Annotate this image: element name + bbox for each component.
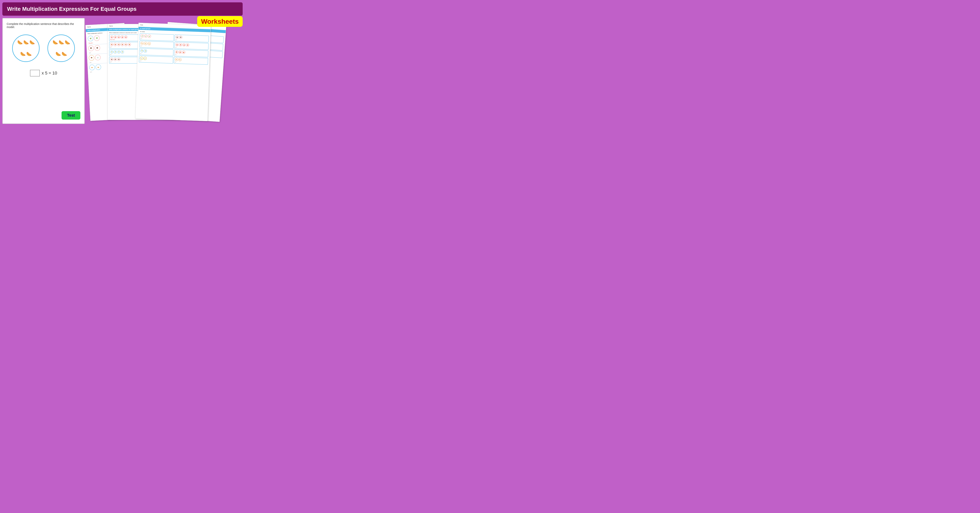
hotdog-icon-9: 🌭 [56, 51, 61, 57]
ws3-date-label: Date [140, 24, 143, 25]
hotdog-icon-2: 🌭 [23, 40, 29, 45]
page-header: Write Multiplication Expression For Equa… [2, 2, 243, 16]
worksheets-badge: Worksheets [197, 16, 243, 27]
ws2-name-label: Name [109, 25, 113, 27]
ws2-circles1: 🍅 🍅 🍅 🍅 🍅 [110, 35, 142, 38]
ws3-cell4: 🍅 🍅 🍅 🍅 x = [174, 42, 208, 50]
ws3-grid: 🫛 🫛 🫛 x = 🐻 🐻 x = 🌭 🌭 [137, 33, 210, 65]
left-panel: Complete the multiplication sentence tha… [2, 18, 85, 124]
ws1-circle2: 🌿 [94, 35, 100, 41]
ws1-circle8: 🥧 [95, 64, 101, 70]
ws1-circle6: 🍵 [95, 55, 100, 61]
hotdog-icon-10: 🌭 [62, 51, 67, 57]
page-title: Write Multiplication Expression For Equa… [7, 6, 238, 12]
circles-container: 🌭 🌭 🌭 🌭 🌭 🌭 🌭 🌭 🌭 🌭 [7, 35, 80, 62]
ws3-cell6: 🍎 🍎 🍎 x = [174, 49, 208, 57]
hotdog-icon-6: 🌭 [52, 40, 58, 45]
ws3-cell8: 🌭 🌭 x = [173, 57, 208, 65]
ws3-cell3: 🌭 🌭 🌭 x = [139, 41, 173, 49]
hotdog-icon-4: 🌭 [20, 51, 25, 57]
hotdog-icon-3: 🌭 [29, 40, 35, 45]
ws3-cell1: 🫛 🫛 🫛 x = [140, 33, 174, 41]
ws1-circle7: 🥧 [89, 64, 95, 70]
right-panel: Worksheets Name Date Write multiplicatio… [88, 18, 243, 124]
answer-input-box[interactable] [30, 70, 40, 76]
hotdog-icon-8: 🌭 [65, 40, 70, 45]
ws1-circle3: 🐻 [88, 45, 94, 51]
hotdog-icon-1: 🌭 [17, 40, 22, 45]
ws3-cell2: 🐻 🐻 x = [175, 35, 209, 42]
worksheet-card-3[interactable]: Date or equal groups ch model. 🫛 🫛 🫛 x =… [135, 23, 211, 121]
food-circle-2: 🌭 🌭 🌭 🌭 🌭 [48, 35, 75, 62]
ws3-cell5: 🥬 🥬 x = [139, 48, 173, 56]
equation-area: x 5 = 10 [7, 70, 80, 76]
equation-text: x 5 = 10 [42, 70, 57, 76]
ws1-circle1: 🌿 [88, 36, 93, 41]
ws1-name-label: Name [87, 26, 91, 28]
hotdog-icon-7: 🌭 [59, 40, 64, 45]
hotdog-icon-5: 🌭 [26, 51, 32, 57]
ws1-circle5: 🍩 [89, 55, 94, 61]
food-circle-1: 🌭 🌭 🌭 🌭 🌭 [12, 35, 40, 62]
instruction-text: Complete the multiplication sentence tha… [7, 22, 80, 29]
ws1-circle4: 🐻 [94, 45, 100, 51]
ws3-cell7: ☕ ☕ x = [139, 56, 173, 64]
ws2-eq1: 5 x 2 = 10 [110, 39, 142, 40]
test-button[interactable]: Test [62, 111, 80, 119]
ws2-circles3: 🍓 🍓 🍓 🍓 🍓 🍓 [110, 43, 142, 46]
main-content: Complete the multiplication sentence tha… [0, 16, 245, 128]
